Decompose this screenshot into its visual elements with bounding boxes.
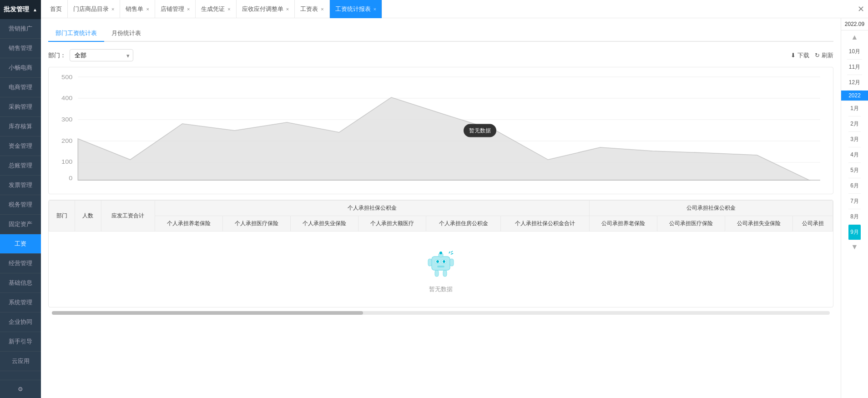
table-empty-row: 暂无数据 bbox=[49, 232, 833, 307]
th-c-unemploy: 公司承担失业保险 bbox=[725, 216, 793, 232]
tab-close-icon[interactable]: × bbox=[321, 6, 323, 12]
tab-close-icon[interactable]: × bbox=[373, 6, 376, 12]
top-tab-label: 销售单 bbox=[126, 5, 143, 13]
top-tab-label: 工资表 bbox=[300, 5, 318, 13]
date-item-11月[interactable]: 11月 bbox=[847, 60, 862, 75]
table-header-row1: 部门 人数 应发工资合计 个人承担社保公积金 公司承担社保公积金 bbox=[49, 201, 833, 216]
date-item-4月[interactable]: 4月 bbox=[848, 147, 861, 163]
top-tab-应收应付调整单[interactable]: 应收应付调整单× bbox=[237, 0, 295, 18]
tab-close-icon[interactable]: × bbox=[227, 6, 230, 12]
date-item-6月[interactable]: 6月 bbox=[848, 178, 861, 194]
date-item-12月[interactable]: 12月 bbox=[847, 75, 862, 91]
sub-tab-dept[interactable]: 部门工资统计表 bbox=[48, 25, 104, 42]
sidebar-item-发票管理[interactable]: 发票管理 bbox=[0, 176, 41, 195]
tab-close-icon[interactable]: × bbox=[146, 6, 149, 12]
dept-label: 部门： bbox=[48, 51, 66, 60]
date-item-5月[interactable]: 5月 bbox=[848, 163, 861, 178]
close-all-button[interactable]: ✕ bbox=[858, 4, 864, 14]
date-nav: ▲ 10月11月12月 2022 1月2月3月4月5月6月7月8月9月 ▼ bbox=[841, 30, 868, 254]
top-tab-工资统计报表[interactable]: 工资统计报表× bbox=[330, 0, 382, 18]
svg-point-15 bbox=[436, 260, 439, 263]
svg-text:200: 200 bbox=[61, 138, 72, 144]
svg-line-24 bbox=[449, 252, 450, 253]
th-p-total: 个人承担社保公积金合计 bbox=[501, 216, 590, 232]
date-item-2月[interactable]: 2月 bbox=[848, 116, 861, 132]
top-tab-工资表[interactable]: 工资表× bbox=[295, 0, 329, 18]
top-tab-生成凭证[interactable]: 生成凭证× bbox=[196, 0, 236, 18]
svg-rect-20 bbox=[428, 259, 432, 266]
sidebar-item-总账管理[interactable]: 总账管理 bbox=[0, 156, 41, 176]
date-item-7月[interactable]: 7月 bbox=[848, 194, 861, 209]
th-personal-group: 个人承担社保公积金 bbox=[155, 201, 590, 216]
empty-robot-icon bbox=[423, 245, 459, 282]
date-up-arrow[interactable]: ▲ bbox=[848, 30, 861, 44]
main-area: 首页门店商品目录×销售单×店铺管理×生成凭证×应收应付调整单×工资表×工资统计报… bbox=[41, 0, 868, 398]
tab-close-icon[interactable]: × bbox=[286, 6, 289, 12]
top-tab-label: 店铺管理 bbox=[161, 5, 184, 13]
sidebar-footer-settings[interactable]: ⚙ bbox=[0, 380, 41, 398]
download-button[interactable]: ⬇ 下载 bbox=[791, 51, 809, 60]
sidebar-item-固定资产[interactable]: 固定资产 bbox=[0, 215, 41, 234]
dept-select[interactable]: 全部 bbox=[70, 49, 133, 61]
sidebar-item-销售管理[interactable]: 销售管理 bbox=[0, 39, 41, 58]
sidebar: 批发管理 ▲ 营销推广销售管理小畅电商电商管理采购管理库存核算资金管理总账管理发… bbox=[0, 0, 41, 398]
sidebar-item-库存核算[interactable]: 库存核算 bbox=[0, 117, 41, 136]
th-p-pension: 个人承担养老保险 bbox=[155, 216, 223, 232]
svg-rect-17 bbox=[437, 266, 444, 267]
tab-close-icon[interactable]: × bbox=[187, 6, 190, 12]
top-tab-销售单[interactable]: 销售单× bbox=[120, 0, 155, 18]
sidebar-item-工资[interactable]: 工资 bbox=[0, 234, 41, 254]
th-p-unemploy: 个人承担失业保险 bbox=[290, 216, 358, 232]
scrollbar-thumb[interactable] bbox=[52, 311, 363, 315]
sidebar-item-云应用[interactable]: 云应用 bbox=[0, 352, 41, 371]
top-tab-label: 工资统计报表 bbox=[335, 5, 371, 13]
svg-text:300: 300 bbox=[61, 116, 72, 123]
tab-close-icon[interactable]: × bbox=[111, 6, 114, 12]
sub-tab-month[interactable]: 月份统计表 bbox=[104, 25, 148, 42]
date-item-3月[interactable]: 3月 bbox=[848, 132, 861, 147]
date-panel: 2022.09 ▲ 10月11月12月 2022 1月2月3月4月5月6月7月8… bbox=[841, 18, 868, 398]
svg-point-16 bbox=[443, 260, 445, 263]
table-wrapper: 部门 人数 应发工资合计 个人承担社保公积金 公司承担社保公积金 个人承担养老保… bbox=[48, 200, 833, 307]
sidebar-item-营销推广[interactable]: 营销推广 bbox=[0, 19, 41, 39]
top-tab-店铺管理[interactable]: 店铺管理× bbox=[155, 0, 196, 18]
sidebar-toggle-icon: ▲ bbox=[33, 7, 37, 12]
date-item-10月[interactable]: 10月 bbox=[847, 44, 862, 60]
top-tab-门店商品目录[interactable]: 门店商品目录× bbox=[68, 0, 120, 18]
sidebar-title: 批发管理 bbox=[4, 5, 29, 14]
sidebar-item-电商管理[interactable]: 电商管理 bbox=[0, 78, 41, 97]
th-c-medical: 公司承担医疗保险 bbox=[657, 216, 725, 232]
toolbar: 部门： 全部 ⬇ 下载 ↻ 刷新 bbox=[48, 49, 833, 61]
svg-line-25 bbox=[451, 253, 453, 254]
date-down-arrow[interactable]: ▼ bbox=[848, 240, 861, 254]
sidebar-item-经营管理[interactable]: 经营管理 bbox=[0, 254, 41, 273]
table-header-row2: 个人承担养老保险 个人承担医疗保险 个人承担失业保险 个人承担大额医疗 个人承担… bbox=[49, 216, 833, 232]
top-tab-首页[interactable]: 首页 bbox=[45, 0, 68, 18]
sidebar-item-采购管理[interactable]: 采购管理 bbox=[0, 97, 41, 117]
sidebar-item-小畅电商[interactable]: 小畅电商 bbox=[0, 58, 41, 78]
download-icon: ⬇ bbox=[791, 52, 796, 59]
svg-line-26 bbox=[451, 251, 453, 252]
scrollbar-track[interactable] bbox=[52, 311, 830, 315]
refresh-label: 刷新 bbox=[822, 51, 833, 60]
refresh-button[interactable]: ↻ 刷新 bbox=[815, 51, 833, 60]
dept-select-wrapper: 全部 bbox=[70, 49, 133, 61]
date-item-9月[interactable]: 9月 bbox=[848, 225, 861, 240]
date-item-1月[interactable]: 1月 bbox=[848, 101, 861, 116]
chart-no-data-tooltip: 暂无数据 bbox=[464, 124, 496, 137]
chart-area: 500 400 300 200 100 0 bbox=[48, 67, 833, 194]
sidebar-item-系统管理[interactable]: 系统管理 bbox=[0, 293, 41, 312]
sidebar-item-企业协同[interactable]: 企业协同 bbox=[0, 312, 41, 332]
svg-rect-21 bbox=[450, 259, 454, 266]
sidebar-item-资金管理[interactable]: 资金管理 bbox=[0, 136, 41, 156]
svg-text:0: 0 bbox=[69, 175, 72, 181]
sidebar-item-新手引导[interactable]: 新手引导 bbox=[0, 332, 41, 352]
date-panel-current: 2022.09 bbox=[841, 18, 868, 30]
toolbar-left: 部门： 全部 bbox=[48, 49, 133, 61]
sidebar-item-基础信息[interactable]: 基础信息 bbox=[0, 273, 41, 293]
sidebar-header[interactable]: 批发管理 ▲ bbox=[0, 0, 41, 19]
sidebar-item-税务管理[interactable]: 税务管理 bbox=[0, 195, 41, 215]
top-tab-label: 门店商品目录 bbox=[73, 5, 109, 13]
date-item-8月[interactable]: 8月 bbox=[848, 209, 861, 225]
page-content: 部门工资统计表 月份统计表 部门： 全部 ⬇ 下载 bbox=[41, 18, 841, 398]
